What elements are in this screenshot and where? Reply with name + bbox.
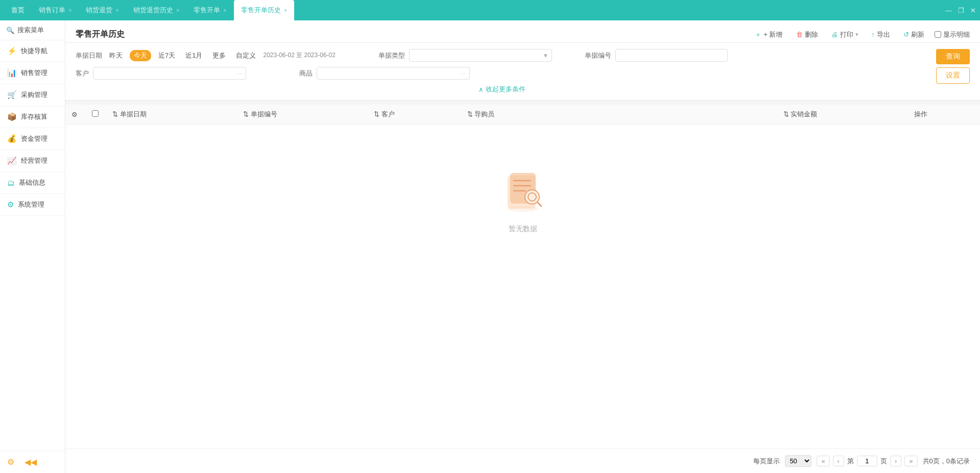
col-date[interactable]: ⇅ 单据日期 xyxy=(106,105,237,125)
print-icon: 🖨 xyxy=(831,31,838,38)
restore-icon[interactable]: ❐ xyxy=(958,7,964,14)
sidebar-item-operation[interactable]: 📈 经营管理 xyxy=(0,150,65,172)
system-icon: ⚙ xyxy=(7,200,14,209)
sidebar-item-quick-nav[interactable]: ⚡ 快捷导航 xyxy=(0,40,65,62)
window-close-icon[interactable]: ✕ xyxy=(970,7,976,14)
select-all-checkbox[interactable] xyxy=(92,110,99,117)
tab-home[interactable]: 首页 xyxy=(4,0,32,20)
date-options: 昨天 今天 近7天 近1月 更多 自定义 xyxy=(106,50,259,61)
col-spacer xyxy=(573,105,777,125)
close-retail-history-icon[interactable]: × xyxy=(284,7,287,13)
goods-label: 商品 xyxy=(299,69,313,78)
pagination: 每页显示 50 10 20 100 « ‹ 第 页 › » 共0页，0条记录 xyxy=(65,449,980,473)
page-label-before: 第 xyxy=(847,457,854,466)
checkbox-col xyxy=(86,105,106,125)
empty-illustration xyxy=(497,165,548,216)
goods-group: 商品 ··· xyxy=(299,67,470,80)
display-detail-input[interactable] xyxy=(935,31,941,38)
search-icon: 🔍 xyxy=(6,27,14,34)
settings-col: ⚙ xyxy=(65,105,86,125)
prev-page-button[interactable]: ‹ xyxy=(833,456,844,466)
tab-retail-open-label: 零售开单 xyxy=(194,6,220,15)
tab-retail-history[interactable]: 零售开单历史 × xyxy=(234,0,294,20)
sidebar-item-quick-nav-label: 快捷导航 xyxy=(21,46,47,56)
sidebar-item-sales-mgmt[interactable]: 📊 销售管理 xyxy=(0,62,65,84)
date-opt-7days[interactable]: 近7天 xyxy=(155,50,178,61)
tab-retail-history-label: 零售开单历史 xyxy=(241,6,281,15)
delete-button[interactable]: 🗑 删除 xyxy=(793,28,821,41)
operation-icon: 📈 xyxy=(7,156,17,165)
top-tab-bar: 首页 销售订单 × 销货退货 × 销货退货历史 × 零售开单 × 零售开单历史 … xyxy=(0,0,980,20)
empty-text: 暂无数据 xyxy=(509,225,537,234)
sidebar-collapse-icon[interactable]: ◀◀ xyxy=(25,457,37,467)
collapse-filter-label: 收起更多条件 xyxy=(486,85,525,94)
doc-no-label: 单据编号 xyxy=(585,51,611,60)
sidebar-search[interactable]: 🔍 搜索菜单 xyxy=(0,20,65,40)
close-sales-return-icon[interactable]: × xyxy=(115,7,118,13)
col-date-label: ⇅ 单据日期 xyxy=(112,110,147,118)
sidebar-item-base-info[interactable]: 🗂 基础信息 xyxy=(0,172,65,194)
sidebar-item-inventory[interactable]: 📦 库存核算 xyxy=(0,106,65,128)
export-button[interactable]: ↑ 导出 xyxy=(869,28,894,41)
col-no[interactable]: ⇅ 单据编号 xyxy=(237,105,368,125)
sidebar-search-label: 搜索菜单 xyxy=(17,26,44,35)
tab-retail-open[interactable]: 零售开单 × xyxy=(186,0,233,20)
close-retail-open-icon[interactable]: × xyxy=(223,7,226,13)
add-label: + 新增 xyxy=(763,30,782,39)
tab-home-label: 首页 xyxy=(11,6,25,15)
refresh-icon: ↺ xyxy=(903,31,909,38)
quick-nav-icon: ⚡ xyxy=(7,46,17,56)
settings-gear-icon[interactable]: ⚙ xyxy=(7,457,14,467)
col-amount[interactable]: ⇅ 实销金额 xyxy=(777,105,908,125)
last-page-button[interactable]: » xyxy=(904,456,917,466)
first-page-button[interactable]: « xyxy=(817,456,829,466)
table-settings-icon[interactable]: ⚙ xyxy=(71,111,78,118)
date-opt-more[interactable]: 更多 xyxy=(209,50,229,61)
per-page-select[interactable]: 50 10 20 100 xyxy=(785,455,811,467)
customer-dots-icon: ··· xyxy=(236,69,242,77)
sidebar-item-inventory-label: 库存核算 xyxy=(21,112,47,121)
print-dropdown-icon[interactable]: ▾ xyxy=(855,31,858,38)
date-opt-yesterday[interactable]: 昨天 xyxy=(106,50,126,61)
filter-row-1: 单据日期 昨天 今天 近7天 近1月 更多 自定义 2023-06-02 至 2… xyxy=(76,49,928,62)
data-table: ⚙ ⇅ 单据日期 ⇅ 单据编号 ⇅ 客户 xyxy=(65,105,980,125)
tab-sales-return-history[interactable]: 销货退货历史 × xyxy=(126,0,186,20)
date-opt-today[interactable]: 今天 xyxy=(130,50,151,61)
col-guide-label: ⇅ 导购员 xyxy=(467,110,495,118)
query-button[interactable]: 查询 xyxy=(936,49,970,64)
tab-sales-order[interactable]: 销售订单 × xyxy=(32,0,79,20)
sales-mgmt-icon: 📊 xyxy=(7,68,17,78)
col-action: 操作 xyxy=(908,105,980,125)
customer-input-wrap[interactable]: ··· xyxy=(93,67,246,80)
refresh-label: 刷新 xyxy=(911,30,924,39)
date-opt-custom[interactable]: 自定义 xyxy=(233,50,259,61)
refresh-button[interactable]: ↺ 刷新 xyxy=(900,28,927,41)
page-number-input[interactable] xyxy=(857,456,877,466)
settings-button[interactable]: 设置 xyxy=(936,67,970,84)
display-detail-label: 显示明细 xyxy=(943,30,970,39)
doc-type-select[interactable]: ▾ xyxy=(409,49,552,62)
goods-input-wrap[interactable]: ··· xyxy=(317,67,470,80)
collapse-filter-button[interactable]: ∧ 收起更多条件 xyxy=(76,85,928,94)
minimize-icon[interactable]: — xyxy=(945,7,952,14)
close-sales-return-history-icon[interactable]: × xyxy=(176,7,179,13)
base-info-icon: 🗂 xyxy=(7,179,15,187)
tab-sales-return[interactable]: 销货退货 × xyxy=(79,0,126,20)
doc-no-input[interactable] xyxy=(615,49,728,62)
sidebar-item-system-label: 系统管理 xyxy=(18,200,44,209)
doc-type-label: 单据类型 xyxy=(378,51,405,60)
next-page-button[interactable]: › xyxy=(890,456,901,466)
close-sales-order-icon[interactable]: × xyxy=(68,7,71,13)
sidebar-item-purchase-mgmt[interactable]: 🛒 采购管理 xyxy=(0,84,65,106)
col-customer[interactable]: ⇅ 客户 xyxy=(368,105,461,125)
date-opt-1month[interactable]: 近1月 xyxy=(182,50,205,61)
sidebar-item-sales-mgmt-label: 销售管理 xyxy=(21,68,47,78)
sidebar-item-operation-label: 经营管理 xyxy=(21,156,47,165)
sidebar-item-system[interactable]: ⚙ 系统管理 xyxy=(0,194,65,216)
print-button[interactable]: 🖨 打印 ▾ xyxy=(828,28,862,41)
inventory-icon: 📦 xyxy=(7,112,17,121)
sidebar-item-finance[interactable]: 💰 资金管理 xyxy=(0,128,65,150)
add-button[interactable]: ＋ + 新增 xyxy=(752,28,785,41)
col-guide[interactable]: ⇅ 导购员 xyxy=(461,105,573,125)
display-detail-checkbox[interactable]: 显示明细 xyxy=(935,30,970,39)
